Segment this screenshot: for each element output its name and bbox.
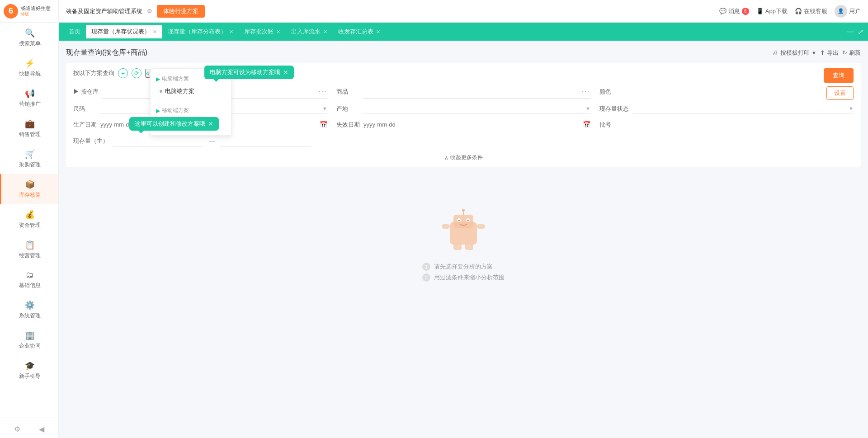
product-select[interactable]: ⋯ (363, 85, 590, 99)
online-support-item[interactable]: 🎧 在线客服 (795, 7, 827, 15)
edit-scheme-btn[interactable]: ⟳ (132, 68, 142, 78)
sidebar-item-operations[interactable]: 📋 经营管理 (0, 235, 58, 265)
sidebar-item-basic[interactable]: 🗂 基础信息 (0, 265, 58, 295)
expiry-date-input[interactable] (363, 121, 583, 128)
product-dots[interactable]: ⋯ (581, 86, 590, 96)
collapse-sidebar-icon[interactable]: ◀ (39, 425, 44, 433)
sidebar-item-quick[interactable]: ⚡ 快捷导航 (0, 53, 58, 83)
pc-scheme-item[interactable]: 电脑端方案 (156, 85, 226, 97)
step-num-2: 2 (422, 273, 430, 282)
svg-rect-7 (477, 224, 485, 229)
print-btn[interactable]: 🖨 按模板打印 ▼ (773, 49, 816, 57)
operations-icon: 📋 (25, 240, 35, 250)
tab-close-icon[interactable]: ✕ (153, 29, 157, 35)
sidebar-item-system[interactable]: ⚙️ 系统管理 (0, 295, 58, 325)
tab-label: 出入库流水 (291, 28, 321, 36)
empty-step2-text: 用过滤条件来缩小分析范围 (434, 273, 505, 282)
main-content: 装备及固定资产辅助管理系统 ⚙ 体验行业方案 💬 消息 6 📱 App下载 🎧 … (59, 0, 868, 438)
color-select[interactable]: ▼ (626, 87, 854, 96)
set-btn[interactable]: 设置 (826, 86, 854, 100)
app-download-item[interactable]: 📱 App下载 (756, 7, 788, 15)
color-field: 颜色 ▼ (599, 87, 854, 96)
app-download-label: App下载 (765, 7, 788, 15)
stock-status-select[interactable]: ▼ (632, 104, 854, 113)
product-label: 商品 (336, 88, 359, 96)
warehouse-dots[interactable]: ⋯ (318, 86, 327, 96)
origin-label: 产地 (336, 105, 359, 113)
tooltip2-text: 这里可以创建和修改方案哦 (135, 120, 205, 128)
empty-step-1: 1 请先选择要分析的方案 (422, 263, 505, 271)
notification-badge: 6 (742, 8, 749, 15)
batch-label: 批号 (599, 121, 622, 129)
sidebar-item-marketing[interactable]: 📢 营销推广 (0, 83, 58, 113)
export-btn[interactable]: ⬆ 导出 (820, 49, 839, 57)
tooltip1-close[interactable]: ✕ (283, 69, 288, 76)
sidebar-item-enterprise[interactable]: 🏢 企业协同 (0, 325, 58, 355)
tab-close-icon[interactable]: ✕ (229, 29, 233, 35)
notification-item[interactable]: 💬 消息 6 (719, 7, 749, 15)
tab-inventory-status[interactable]: 现存量（库存状况表） ✕ (86, 25, 162, 38)
batch-input[interactable] (626, 119, 854, 130)
sidebar-item-label: 搜索菜单 (19, 40, 41, 47)
expiry-date-input-wrap[interactable]: 📅 (363, 119, 590, 130)
warehouse-label: ▶ 按仓库 (73, 88, 99, 96)
tooltip2-close[interactable]: ✕ (208, 120, 213, 127)
header: 装备及固定资产辅助管理系统 ⚙ 体验行业方案 💬 消息 6 📱 App下载 🎧 … (59, 0, 868, 23)
sidebar-item-sales[interactable]: 💼 销售管理 (0, 113, 58, 144)
expiry-date-label: 失效日期 (336, 121, 360, 129)
user-item[interactable]: 👤 用户 (835, 5, 861, 18)
tab-inventory-dist[interactable]: 现存量（库存分布表） ✕ (162, 25, 239, 38)
calendar-icon-1[interactable]: 📅 (320, 121, 327, 128)
add-scheme-btn[interactable]: + (118, 68, 128, 78)
stock-main-from[interactable] (113, 136, 203, 146)
filter-section-label: 按以下方案查询 (73, 69, 114, 77)
sidebar-item-search[interactable]: 🔍 搜索菜单 (0, 23, 58, 53)
calendar-icon-2[interactable]: 📅 (583, 121, 590, 128)
tab-close-icon[interactable]: ✕ (376, 29, 380, 35)
triangle-icon: ▶ (156, 76, 160, 82)
online-support-label: 在线客服 (804, 7, 827, 15)
tab-summary[interactable]: 收发存汇总表 ✕ (333, 25, 386, 38)
tab-home[interactable]: 首页 (63, 25, 86, 38)
search-menu-icon: 🔍 (25, 28, 35, 38)
sidebar-item-inventory[interactable]: 📦 库存核算 (0, 174, 58, 204)
tabs-bar: 首页 现存量（库存状况表） ✕ 现存量（库存分布表） ✕ 库存批次账 ✕ 出入库… (59, 23, 868, 41)
stock-main-to[interactable] (220, 136, 311, 146)
tab-close-icon[interactable]: ✕ (276, 29, 280, 35)
settings-icon[interactable]: ⚙ (147, 8, 152, 14)
triangle-icon: ▶ (156, 108, 160, 114)
inventory-icon: 📦 (25, 179, 35, 189)
settings-bottom-icon[interactable]: ⚙ (14, 425, 20, 433)
quick-nav-icon: ⚡ (25, 58, 35, 68)
tab-close-icon[interactable]: ✕ (323, 29, 327, 35)
robot-svg (436, 208, 491, 254)
size-label: 尺码 (73, 105, 96, 113)
tab-flow[interactable]: 出入库流水 ✕ (286, 25, 333, 38)
sidebar-item-purchase[interactable]: 🛒 采购管理 (0, 144, 58, 174)
sidebar-item-label: 采购管理 (19, 161, 41, 169)
sidebar-item-label: 营销推广 (19, 100, 41, 108)
sidebar-item-guide[interactable]: 🎓 新手引导 (0, 355, 58, 386)
purchase-icon: 🛒 (25, 149, 35, 159)
search-btn[interactable]: 查询 (824, 68, 854, 83)
origin-select[interactable]: ▼ (363, 104, 590, 113)
empty-illustration (436, 208, 491, 254)
collapse-label: 收起更多条件 (450, 154, 483, 161)
scheme-tooltip1: 电脑方案可设为移动方案哦 ✕ (204, 66, 294, 79)
trial-btn[interactable]: 体验行业方案 (157, 5, 205, 18)
sidebar-item-finance[interactable]: 💰 资金管理 (0, 204, 58, 235)
marketing-icon: 📢 (25, 89, 35, 99)
range-separator: — (209, 138, 215, 145)
tab-expand-icon[interactable]: ⤢ (858, 28, 863, 36)
batch-field: 批号 (599, 119, 854, 130)
empty-step-2: 2 用过滤条件来缩小分析范围 (422, 273, 505, 282)
collapse-btn[interactable]: ∧ 收起更多条件 (73, 152, 854, 163)
svg-point-4 (458, 220, 460, 221)
user-name: 用户 (849, 7, 861, 15)
tab-minimize-icon[interactable]: — (847, 28, 854, 36)
refresh-btn[interactable]: ↻ 刷新 (842, 49, 861, 57)
tab-batch-ledger[interactable]: 库存批次账 ✕ (239, 25, 286, 38)
sidebar-menu: 🔍 搜索菜单 ⚡ 快捷导航 📢 营销推广 💼 销售管理 🛒 采购管理 📦 库存核… (0, 23, 58, 420)
stock-main-label: 现存量（主） (73, 137, 109, 145)
svg-rect-9 (465, 244, 473, 250)
